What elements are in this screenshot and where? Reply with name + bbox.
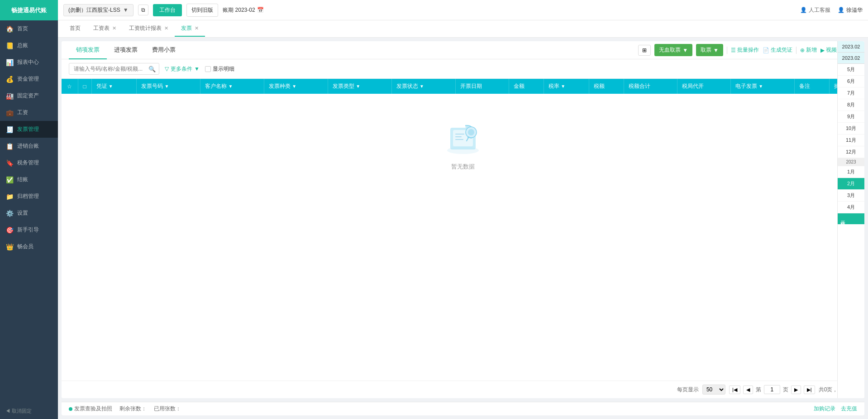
tab-salary[interactable]: 工资表 ✕ [87, 21, 123, 37]
user-menu[interactable]: 👤 徐溢华 [838, 6, 863, 14]
tab-salary-report[interactable]: 工资统计报表 ✕ [123, 21, 175, 37]
tax-label: 取票 [701, 46, 711, 54]
date-item-5[interactable]: 5月 [838, 64, 864, 76]
new-label: 新增 [806, 46, 817, 54]
separator [727, 47, 727, 54]
date-item-9[interactable]: 9月 [838, 111, 864, 123]
video-button[interactable]: ▶ 视频 [820, 46, 837, 54]
sidebar-item-sales-ledger[interactable]: 📋 进销台账 [0, 138, 58, 154]
sidebar-item-close-account[interactable]: ✅ 结账 [0, 171, 58, 188]
sidebar-item-fixed-assets[interactable]: 🏭 固定资产 [0, 87, 58, 104]
tab-close-icon[interactable]: ✕ [164, 25, 168, 31]
tab-home[interactable]: 首页 [63, 21, 87, 37]
video-label: 视频 [826, 46, 837, 54]
date-item-6[interactable]: 6月 [838, 76, 864, 87]
search-icon: 🔍 [148, 66, 156, 72]
tax-invoice-button[interactable]: 取票 ▼ [696, 44, 723, 56]
search-input[interactable] [69, 63, 159, 75]
company-selector[interactable]: (勿删）江西股宝-LSS ▼ [63, 4, 134, 16]
sidebar-item-funds[interactable]: 💰 资金管理 [0, 71, 58, 87]
member-icon: 👑 [5, 243, 14, 250]
calendar-icon[interactable]: 📅 [257, 7, 264, 13]
page-label: 页 [783, 386, 788, 394]
grid-view-button[interactable]: ⊞ [638, 45, 651, 56]
no-tax-label: 无血取票 [659, 46, 681, 54]
dropdown-arrow-icon: ▼ [713, 47, 719, 53]
show-detail-checkbox[interactable] [205, 66, 211, 72]
date-year-2023: 2023 [838, 158, 864, 166]
service-label: 人工客服 [809, 6, 830, 14]
date-item-12[interactable]: 12月 [838, 146, 864, 158]
sidebar-item-guide[interactable]: 🎯 新手引导 [0, 222, 58, 238]
page-input[interactable] [764, 385, 780, 394]
add-record-link[interactable]: 加购记录 [814, 405, 835, 413]
date-item-4[interactable]: 4月 [838, 202, 864, 213]
show-detail-checkbox-label[interactable]: 显示明细 [205, 65, 234, 73]
sub-tabs-right: ⊞ 无血取票 ▼ 取票 ▼ ☰ 批量操作 📄 [638, 44, 857, 56]
sub-tab-receipt[interactable]: 费用小票 [145, 41, 183, 59]
sidebar-item-invoice[interactable]: 🧾 发票管理 [0, 121, 58, 138]
sidebar-item-label: 税务管理 [17, 159, 39, 167]
copy-button[interactable]: ⧉ [138, 5, 148, 15]
go-renew-link[interactable]: 去充值 [841, 405, 857, 413]
date-item-8[interactable]: 8月 [838, 99, 864, 111]
top-header: (勿删）江西股宝-LSS ▼ ⧉ 工作台 切到旧版 账期 2023-02 📅 👤… [58, 0, 868, 20]
col-voucher: 凭证 ▼ [91, 79, 137, 94]
page-content: 销项发票 进项发票 费用小票 ⊞ 无血取票 ▼ 取票 ▼ [58, 38, 868, 419]
tab-close-icon[interactable]: ✕ [112, 25, 116, 31]
sidebar-item-reports[interactable]: 📊 报表中心 [0, 54, 58, 71]
date-item-10[interactable]: 10月 [838, 123, 864, 135]
main-area: (勿删）江西股宝-LSS ▼ ⧉ 工作台 切到旧版 账期 2023-02 📅 👤… [58, 0, 868, 419]
search-input-wrap: 🔍 [69, 63, 159, 75]
sidebar-item-settings[interactable]: ⚙️ 设置 [0, 205, 58, 222]
sub-tab-sales-invoice[interactable]: 销项发票 [69, 41, 107, 59]
archive-icon: 📁 [5, 193, 14, 200]
voucher-icon: 📄 [763, 47, 769, 53]
sub-tabs-left: 销项发票 进项发票 费用小票 [69, 41, 183, 59]
sidebar-item-label: 发票管理 [17, 125, 39, 133]
date-item-11[interactable]: 11月 [838, 135, 864, 146]
sidebar-item-home[interactable]: 🏠 首页 [0, 20, 58, 37]
period-label: 账期 [223, 6, 234, 14]
last-page-button[interactable]: ▶| [804, 385, 815, 394]
sub-tab-purchase-invoice[interactable]: 进项发票 [107, 41, 145, 59]
sidebar-item-salary[interactable]: 💼 工资 [0, 104, 58, 121]
empty-state: 暂无数据 [62, 94, 864, 198]
date-item-1[interactable]: 1月 [838, 166, 864, 178]
batch-icon: ☰ [731, 47, 736, 53]
more-filter-button[interactable]: ▽ 更多条件 ▼ [165, 65, 200, 73]
dropdown-arrow-icon: ▼ [682, 47, 688, 53]
report-icon: 📊 [5, 59, 14, 66]
page-size-select[interactable]: 50 10 20 100 [702, 385, 725, 395]
sidebar-item-membership[interactable]: 👑 畅会员 [0, 238, 58, 255]
date-item-3[interactable]: 3月 [838, 190, 864, 202]
next-page-button[interactable]: ▶ [791, 385, 801, 394]
inner-page: 销项发票 进项发票 费用小票 ⊞ 无血取票 ▼ 取票 ▼ [62, 41, 864, 398]
close-acct-icon: ✅ [5, 176, 14, 183]
workbench-button[interactable]: 工作台 [153, 4, 182, 16]
customer-service-btn[interactable]: 👤 人工客服 [800, 6, 830, 14]
no-tax-invoice-button[interactable]: 无血取票 ▼ [654, 44, 692, 56]
open-date-button[interactable]: 开账日期 [838, 213, 864, 224]
date-item-7[interactable]: 7月 [838, 87, 864, 99]
sidebar-collapse-btn[interactable]: ◀ 取消固定 [0, 403, 58, 419]
tab-close-icon[interactable]: ✕ [195, 25, 199, 31]
check-label: 发票查验及拍照 [74, 405, 112, 413]
date-item-2[interactable]: 2月 [838, 178, 864, 190]
search-bar: 🔍 ▽ 更多条件 ▼ 显示明细 [62, 59, 864, 79]
col-remarks: 备注 [794, 79, 829, 94]
sidebar-item-general-ledger[interactable]: 📒 总账 [0, 37, 58, 54]
prev-page-button[interactable]: ◀ [743, 385, 753, 394]
new-button[interactable]: ⊕ 新增 [800, 46, 817, 54]
gen-voucher-button[interactable]: 📄 生成凭证 [763, 46, 792, 54]
tab-invoice[interactable]: 发票 ✕ [175, 21, 205, 37]
sidebar-item-archive[interactable]: 📁 归档管理 [0, 188, 58, 205]
col-tax-total: 税额合计 [624, 79, 677, 94]
first-page-button[interactable]: |◀ [729, 385, 740, 394]
batch-operation-button[interactable]: ☰ 批量操作 [731, 46, 759, 54]
period-value: 2023-02 [235, 7, 255, 13]
old-version-button[interactable]: 切到旧版 [186, 4, 218, 17]
sidebar-item-tax[interactable]: 🔖 税务管理 [0, 154, 58, 171]
sidebar-item-label: 工资 [17, 109, 28, 116]
header-right: 👤 人工客服 👤 徐溢华 [800, 6, 863, 14]
